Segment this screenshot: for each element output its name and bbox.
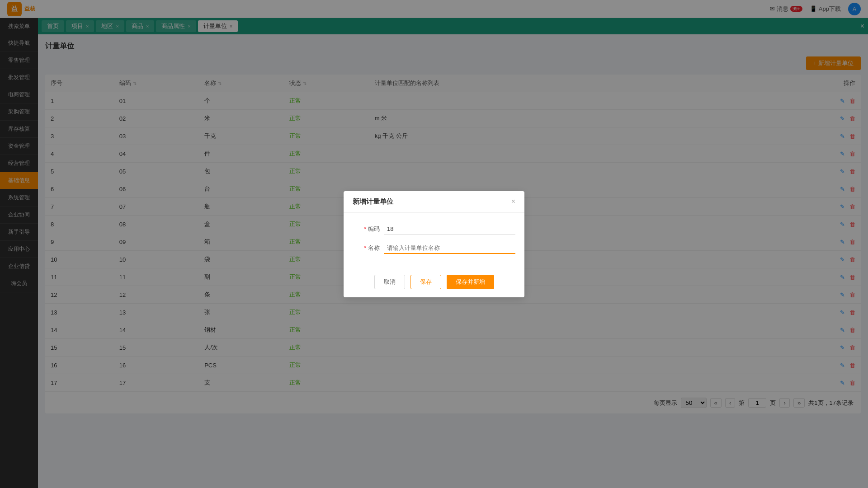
modal-body: 编码 名称 (344, 213, 524, 269)
modal-header: 新增计量单位 × (344, 191, 524, 213)
save-button[interactable]: 保存 (410, 275, 441, 289)
modal-title: 新增计量单位 (353, 197, 393, 206)
save-and-new-button[interactable]: 保存并新增 (447, 275, 494, 289)
name-label: 名称 (353, 244, 380, 252)
code-form-row: 编码 (353, 224, 515, 235)
modal-close-icon[interactable]: × (511, 197, 515, 206)
name-input[interactable] (384, 243, 515, 254)
modal-footer: 取消 保存 保存并新增 (344, 269, 524, 297)
code-label: 编码 (353, 225, 380, 233)
add-unit-modal: 新增计量单位 × 编码 名称 取消 保存 保存并新增 (344, 191, 524, 297)
name-form-row: 名称 (353, 243, 515, 254)
cancel-button[interactable]: 取消 (374, 275, 405, 289)
modal-overlay: 新增计量单位 × 编码 名称 取消 保存 保存并新增 (0, 0, 868, 488)
code-input[interactable] (384, 224, 515, 235)
